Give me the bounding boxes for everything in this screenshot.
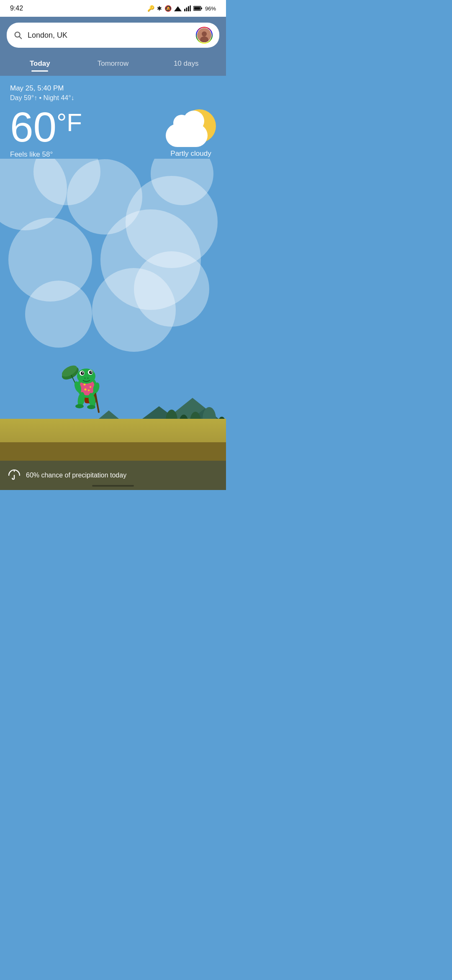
temperature-value: 60 bbox=[10, 103, 56, 150]
cloud-shape bbox=[166, 124, 208, 147]
svg-point-33 bbox=[91, 371, 92, 373]
battery-percent: 96% bbox=[205, 5, 216, 12]
temperature-display: 60°F bbox=[10, 106, 82, 148]
svg-point-11 bbox=[202, 31, 207, 36]
precipitation-text: 60% chance of precipitation today bbox=[26, 472, 126, 479]
svg-rect-2 bbox=[186, 8, 187, 11]
partly-cloudy-icon bbox=[166, 109, 216, 147]
svg-point-32 bbox=[82, 372, 84, 374]
bg-cloud-10 bbox=[92, 268, 176, 352]
svg-rect-7 bbox=[194, 7, 200, 10]
home-indicator[interactable] bbox=[92, 485, 134, 487]
mute-icon: 🔕 bbox=[164, 5, 172, 12]
dirt-ground bbox=[0, 442, 226, 461]
feels-like: Feels like 58° bbox=[10, 150, 82, 159]
grass-ground bbox=[0, 419, 226, 444]
umbrella-icon bbox=[8, 469, 20, 481]
svg-rect-6 bbox=[201, 8, 202, 9]
user-avatar[interactable] bbox=[196, 27, 213, 44]
weather-day-night-range: Day 59°↑ • Night 44°↓ bbox=[10, 94, 216, 102]
avatar-image bbox=[197, 28, 211, 42]
tab-today[interactable]: Today bbox=[3, 54, 77, 76]
temperature-section: 60°F Feels like 58° bbox=[10, 106, 82, 159]
svg-marker-0 bbox=[174, 6, 182, 11]
tab-tomorrow[interactable]: Tomorrow bbox=[77, 54, 150, 76]
tab-10days[interactable]: 10 days bbox=[149, 54, 223, 76]
status-time: 9:42 bbox=[10, 5, 23, 12]
svg-point-23 bbox=[85, 389, 87, 391]
ground bbox=[0, 385, 226, 461]
svg-point-41 bbox=[75, 404, 84, 408]
svg-point-34 bbox=[84, 377, 86, 379]
search-container bbox=[0, 17, 226, 54]
location-search-input[interactable] bbox=[28, 31, 191, 40]
svg-line-40 bbox=[95, 394, 99, 412]
key-icon: 🔑 bbox=[147, 5, 154, 12]
weather-temp-row: 60°F Feels like 58° Partly cloudy bbox=[10, 106, 216, 159]
frog-character bbox=[59, 350, 113, 419]
weather-illustration bbox=[0, 134, 226, 461]
weather-condition-area: Partly cloudy bbox=[166, 109, 216, 158]
bg-cloud-9 bbox=[25, 281, 92, 348]
weather-condition-label: Partly cloudy bbox=[170, 150, 211, 158]
weather-date: May 25, 5:40 PM bbox=[10, 84, 216, 93]
search-icon bbox=[13, 31, 23, 40]
svg-point-24 bbox=[88, 389, 90, 391]
svg-point-42 bbox=[87, 405, 95, 409]
battery-icon bbox=[193, 6, 203, 11]
svg-point-20 bbox=[84, 384, 86, 386]
svg-rect-1 bbox=[184, 9, 185, 11]
status-icons: 🔑 ✱ 🔕 96% bbox=[147, 5, 216, 12]
wifi-icon bbox=[174, 5, 182, 11]
temperature-unit: °F bbox=[56, 110, 82, 135]
svg-rect-4 bbox=[190, 5, 191, 11]
svg-line-9 bbox=[19, 36, 21, 39]
tabs-bar: Today Tomorrow 10 days bbox=[0, 54, 226, 76]
svg-point-35 bbox=[87, 377, 89, 379]
bluetooth-icon: ✱ bbox=[157, 5, 162, 12]
signal-icon bbox=[184, 5, 191, 11]
status-bar: 9:42 🔑 ✱ 🔕 96% bbox=[0, 0, 226, 17]
weather-main: May 25, 5:40 PM Day 59°↑ • Night 44°↓ 60… bbox=[0, 76, 226, 159]
svg-point-22 bbox=[90, 386, 91, 388]
search-bar[interactable] bbox=[7, 23, 219, 48]
svg-rect-3 bbox=[188, 6, 189, 11]
